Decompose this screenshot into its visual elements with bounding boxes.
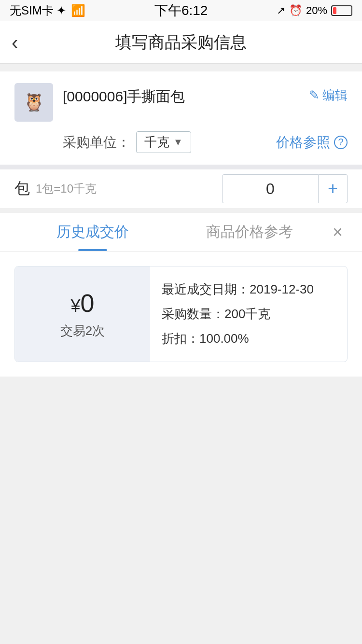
status-bar: 无SIM卡 ✦ 📶 下午6:12 ↗ ⏰ 20% bbox=[0, 0, 362, 21]
history-price: ¥0 bbox=[71, 289, 95, 318]
battery-fill bbox=[333, 7, 336, 14]
tab-history-label: 历史成交价 bbox=[56, 222, 129, 242]
product-thumb-icon: 🦉 bbox=[23, 92, 45, 112]
product-id: [0000006] bbox=[63, 88, 127, 104]
unit-value: 千克 bbox=[144, 134, 169, 151]
product-thumbnail: 🦉 bbox=[14, 83, 53, 122]
quantity-left: 包 1包=10千克 bbox=[14, 178, 97, 199]
tab-product-price[interactable]: 商品价格参考 bbox=[171, 213, 327, 251]
status-time: 下午6:12 bbox=[154, 1, 208, 20]
unit-select-dropdown[interactable]: 千克 ▼ bbox=[136, 131, 191, 153]
quantity-plus-button[interactable]: + bbox=[319, 174, 348, 203]
location-icon: ↗ bbox=[277, 4, 285, 17]
product-info: [0000006]手撕面包 bbox=[63, 83, 185, 107]
quantity-controls: + bbox=[222, 174, 348, 203]
product-left: 🦉 [0000006]手撕面包 bbox=[14, 83, 185, 122]
bottom-space bbox=[0, 377, 362, 644]
discount-row: 折扣：100.00% bbox=[162, 329, 335, 348]
discount-label: 折扣： bbox=[162, 331, 199, 346]
recent-date-label: 最近成交日期： bbox=[162, 282, 250, 296]
edit-label: 编辑 bbox=[322, 87, 348, 104]
history-trades: 交易2次 bbox=[60, 322, 105, 339]
tab-close-button[interactable]: × bbox=[328, 217, 348, 247]
quantity-input[interactable] bbox=[222, 174, 319, 203]
quantity-row: 包 1包=10千克 + bbox=[0, 169, 362, 208]
history-card-left: ¥0 交易2次 bbox=[15, 266, 150, 362]
price-ref-info-icon: ? bbox=[334, 136, 348, 149]
purchase-unit-label: 采购单位： bbox=[63, 133, 130, 152]
battery-percent: 20% bbox=[306, 4, 327, 17]
quantity-sub-label: 1包=10千克 bbox=[36, 181, 97, 196]
alarm-icon: ⏰ bbox=[289, 4, 302, 17]
section-divider bbox=[0, 165, 362, 169]
close-icon: × bbox=[333, 222, 343, 242]
recent-date-value: 2019-12-30 bbox=[250, 282, 314, 296]
yen-symbol: ¥ bbox=[71, 296, 81, 316]
purchase-qty-label: 采购数量： bbox=[162, 307, 224, 321]
battery-bar bbox=[331, 5, 352, 16]
quantity-unit-label: 包 bbox=[14, 178, 30, 199]
back-button[interactable]: ‹ bbox=[12, 33, 18, 52]
tab-product-label: 商品价格参考 bbox=[206, 222, 293, 242]
nav-bar: ‹ 填写商品采购信息 bbox=[0, 21, 362, 64]
price-ref-button[interactable]: 价格参照 ? bbox=[276, 133, 348, 152]
page-title: 填写商品采购信息 bbox=[115, 31, 247, 54]
tab-history-price[interactable]: 历史成交价 bbox=[14, 213, 171, 251]
purchase-qty-row: 采购数量：200千克 bbox=[162, 305, 335, 323]
status-right: ↗ ⏰ 20% bbox=[277, 4, 352, 17]
history-card-right: 最近成交日期：2019-12-30 采购数量：200千克 折扣：100.00% bbox=[150, 266, 347, 362]
product-title: 手撕面包 bbox=[127, 88, 185, 104]
history-card: ¥0 交易2次 最近成交日期：2019-12-30 采购数量：200千克 折扣：… bbox=[14, 266, 348, 362]
purchase-qty-value: 200千克 bbox=[224, 307, 270, 321]
tabs-header: 历史成交价 商品价格参考 × bbox=[0, 213, 362, 252]
recent-date-row: 最近成交日期：2019-12-30 bbox=[162, 280, 335, 299]
product-card: 🦉 [0000006]手撕面包 ✎ 编辑 采购单位： 千克 ▼ 价格参照 ? bbox=[0, 71, 362, 165]
product-name: [0000006]手撕面包 bbox=[63, 87, 185, 107]
purchase-unit-row: 采购单位： 千克 ▼ 价格参照 ? bbox=[14, 131, 348, 153]
edit-icon: ✎ bbox=[309, 88, 320, 103]
wifi-icon: 📶 bbox=[71, 4, 85, 17]
price-ref-label: 价格参照 bbox=[276, 133, 330, 152]
plus-icon: + bbox=[328, 179, 338, 199]
dropdown-arrow-icon: ▼ bbox=[173, 137, 183, 148]
history-content: ¥0 交易2次 最近成交日期：2019-12-30 采购数量：200千克 折扣：… bbox=[0, 252, 362, 377]
edit-button[interactable]: ✎ 编辑 bbox=[309, 87, 348, 104]
price-value: 0 bbox=[81, 289, 95, 317]
status-left: 无SIM卡 ✦ 📶 bbox=[10, 3, 85, 18]
product-header: 🦉 [0000006]手撕面包 ✎ 编辑 bbox=[14, 83, 348, 122]
discount-value: 100.00% bbox=[199, 331, 249, 346]
tabs-panel: 历史成交价 商品价格参考 × ¥0 交易2次 最近成交日期：2019-12-30… bbox=[0, 213, 362, 377]
carrier-text: 无SIM卡 ✦ bbox=[10, 3, 66, 18]
